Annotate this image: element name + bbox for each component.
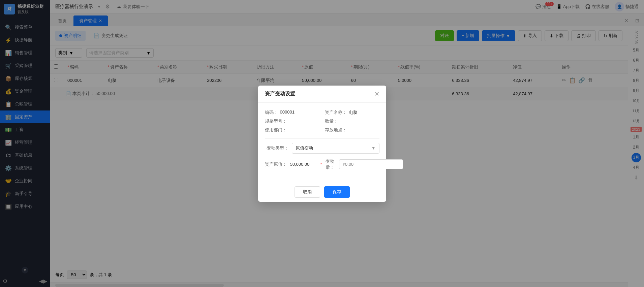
modal-title: 资产变动设置 [265,91,295,97]
modal-close-btn[interactable]: ✕ [374,90,379,98]
change-type-value: 原值变动 [296,145,368,151]
asset-value-row: 资产原值： 50,000.00 * 变动后： [265,158,379,170]
required-star: * [320,162,322,167]
save-button[interactable]: 保存 [324,186,350,198]
change-type-select[interactable]: 原值变动 ▼ [292,143,379,154]
modal-footer: 取消 保存 [258,182,386,202]
info-location: 存放地点： [325,127,379,133]
modal-body: 编码： 000001 资产名称： 电脑 规格型号： 数量： 使用部门： [258,103,386,182]
info-dept: 使用部门： [265,127,319,133]
modal-divider [265,138,379,139]
cancel-button[interactable]: 取消 [295,186,320,198]
info-code: 编码： 000001 [265,109,319,116]
change-type-label: 变动类型： [265,145,288,151]
info-spec: 规格型号： [265,118,319,124]
after-change-input[interactable] [339,159,403,169]
info-name: 资产名称： 电脑 [325,109,379,116]
asset-change-modal: 资产变动设置 ✕ 编码： 000001 资产名称： 电脑 规格型号： 数 [258,86,386,202]
modal-header: 资产变动设置 ✕ [258,86,386,103]
info-quantity: 数量： [325,118,379,124]
modal-info-grid: 编码： 000001 资产名称： 电脑 规格型号： 数量： 使用部门： [265,109,379,133]
change-type-dropdown-icon: ▼ [371,146,376,151]
after-change-label: 变动后： [326,158,334,170]
asset-value-display: 50,000.00 [290,162,317,167]
change-type-row: 变动类型： 原值变动 ▼ [265,143,379,154]
asset-value-label: 资产原值： [265,161,287,167]
modal-overlay: 资产变动设置 ✕ 编码： 000001 资产名称： 电脑 规格型号： 数 [0,0,644,287]
